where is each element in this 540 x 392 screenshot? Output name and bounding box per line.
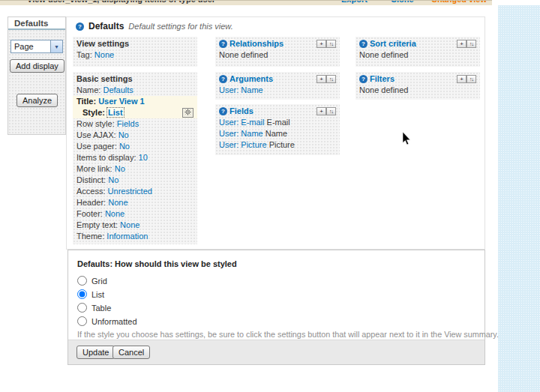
field-label-text: Name xyxy=(266,129,287,138)
add-display-button[interactable]: Add display xyxy=(10,59,64,73)
changed-view-link[interactable]: Changed view xyxy=(431,0,487,4)
style-option-unformatted[interactable]: Unformatted xyxy=(77,316,476,326)
field-link[interactable]: User: Picture xyxy=(219,140,267,149)
view-settings-title: View settings xyxy=(76,39,129,48)
style-settings-gear-button[interactable] xyxy=(182,108,194,118)
rearrange-icon[interactable]: ↑↓ xyxy=(466,75,476,83)
fields-box: ? Fields + ↑↓ User: E-mail E-mail User: … xyxy=(215,104,340,155)
relationships-header: ? Relationships + ↑↓ xyxy=(219,39,336,48)
style-option-table[interactable]: Table xyxy=(77,303,476,313)
basic-label: Row style: xyxy=(76,119,115,128)
field-item: User: Picture Picture xyxy=(219,139,336,151)
field-item: User: E-mail E-mail xyxy=(219,117,336,128)
basic-value-link[interactable]: None xyxy=(105,209,124,218)
basic-label: More link: xyxy=(76,164,112,173)
basic-label: Footer: xyxy=(76,209,103,218)
help-icon[interactable]: ? xyxy=(219,107,227,115)
tag-value-link[interactable]: None xyxy=(94,50,114,59)
basic-value-link[interactable]: Defaults xyxy=(103,85,133,94)
rearrange-icon[interactable]: ↑↓ xyxy=(326,107,336,115)
help-icon[interactable]: ? xyxy=(359,75,368,83)
style-option-list[interactable]: List xyxy=(77,289,476,299)
tag-row: Tag: None xyxy=(76,49,194,61)
basic-label: Name: xyxy=(76,85,100,94)
clone-link[interactable]: Clone xyxy=(391,0,414,4)
basic-label: Use AJAX: xyxy=(76,130,116,139)
filters-header: ? Filters + ↑↓ xyxy=(359,74,476,83)
basic-value-link[interactable]: Fields xyxy=(117,119,139,128)
display-subtitle: Default settings for this view. xyxy=(128,22,232,31)
basic-value-link[interactable]: Unrestricted xyxy=(108,187,152,196)
basic-settings-title: Basic settings xyxy=(76,74,133,83)
chevron-down-icon[interactable]: ▼ xyxy=(50,40,62,52)
sort-criteria-box: ? Sort criteria + ↑↓ None defined xyxy=(356,37,480,67)
radio-table[interactable] xyxy=(77,303,87,313)
relationships-empty: None defined xyxy=(219,49,336,61)
help-icon[interactable]: ? xyxy=(219,40,227,48)
arguments-header: ? Arguments + ↑↓ xyxy=(219,74,336,83)
export-link[interactable]: Export xyxy=(341,0,368,4)
help-icon[interactable]: ? xyxy=(219,75,227,83)
fields-title-link[interactable]: Fields xyxy=(230,106,254,115)
basic-value-link[interactable]: Information xyxy=(106,232,148,241)
rearrange-icon[interactable]: ↑↓ xyxy=(326,40,336,48)
add-icon[interactable]: + xyxy=(457,75,466,83)
basic-label: Style: xyxy=(82,108,105,117)
field-link[interactable]: User: E-mail xyxy=(219,118,265,127)
radio-list[interactable] xyxy=(77,289,87,299)
arguments-box: ? Arguments + ↑↓ User: Name xyxy=(215,72,340,100)
basic-label: Theme: xyxy=(76,232,104,241)
style-option-label: List xyxy=(92,290,104,299)
radio-grid[interactable] xyxy=(77,276,87,286)
arguments-actions: + ↑↓ xyxy=(316,75,336,83)
radio-unformatted[interactable] xyxy=(77,316,87,326)
view-page-title: View user_view_1, displaying items of ty… xyxy=(27,0,215,4)
page-header-bar: View user_view_1, displaying items of ty… xyxy=(0,0,492,5)
tab-defaults[interactable]: Defaults xyxy=(8,17,65,30)
basic-row-header: Header: None xyxy=(76,197,194,208)
add-icon[interactable]: + xyxy=(457,40,466,48)
add-icon[interactable]: + xyxy=(316,75,326,83)
filters-box: ? Filters + ↑↓ None defined xyxy=(356,72,480,100)
basic-row-ajax: Use AJAX: No xyxy=(76,130,194,141)
sort-criteria-header: ? Sort criteria + ↑↓ xyxy=(359,39,476,48)
displays-sidebar: Defaults Page ▼ Add display Analyze xyxy=(8,16,66,135)
basic-value-link[interactable]: No xyxy=(115,164,125,173)
basic-row-style: Style: List xyxy=(73,107,197,118)
sort-criteria-title-link[interactable]: Sort criteria xyxy=(370,39,416,48)
basic-label: Use pager: xyxy=(76,142,117,151)
add-icon[interactable]: + xyxy=(316,40,326,48)
style-option-grid[interactable]: Grid xyxy=(77,276,476,286)
style-value-link[interactable]: List xyxy=(107,108,124,117)
display-type-select[interactable]: Page ▼ xyxy=(10,40,63,53)
field-link[interactable]: User: Name xyxy=(219,129,263,138)
argument-item: User: Name xyxy=(219,85,336,96)
basic-label: Empty text: xyxy=(76,220,118,229)
basic-row-access: Access: Unrestricted xyxy=(76,186,194,197)
basic-label: Items to display: xyxy=(76,153,136,162)
basic-value-link[interactable]: No xyxy=(108,175,118,184)
add-icon[interactable]: + xyxy=(316,107,326,115)
basic-value-link[interactable]: None xyxy=(108,198,128,207)
basic-value-link[interactable]: User View 1 xyxy=(98,97,145,106)
basic-row-rowstyle: Row style: Fields xyxy=(76,118,194,130)
filters-empty: None defined xyxy=(359,85,476,96)
analyze-button[interactable]: Analyze xyxy=(16,94,58,107)
rearrange-icon[interactable]: ↑↓ xyxy=(466,40,476,48)
help-icon[interactable]: ? xyxy=(359,40,368,48)
basic-value-link[interactable]: None xyxy=(120,220,140,229)
basic-value-link[interactable]: 10 xyxy=(139,153,148,162)
basic-value-link[interactable]: No xyxy=(118,130,129,139)
arguments-title-link[interactable]: Arguments xyxy=(230,74,273,83)
help-icon[interactable]: ? xyxy=(76,22,84,31)
argument-link[interactable]: User: Name xyxy=(219,85,263,94)
cancel-button[interactable]: Cancel xyxy=(112,346,150,359)
view-summary-area: ? Defaults Default settings for this vie… xyxy=(66,16,485,250)
basic-value-link[interactable]: No xyxy=(119,142,130,151)
view-settings-header: View settings xyxy=(76,39,194,48)
rearrange-icon[interactable]: ↑↓ xyxy=(326,75,336,83)
filters-title-link[interactable]: Filters xyxy=(370,74,394,83)
style-help-text: If the style you choose has settings, be… xyxy=(77,330,476,339)
relationships-title-link[interactable]: Relationships xyxy=(230,39,284,48)
update-button[interactable]: Update xyxy=(76,346,115,359)
